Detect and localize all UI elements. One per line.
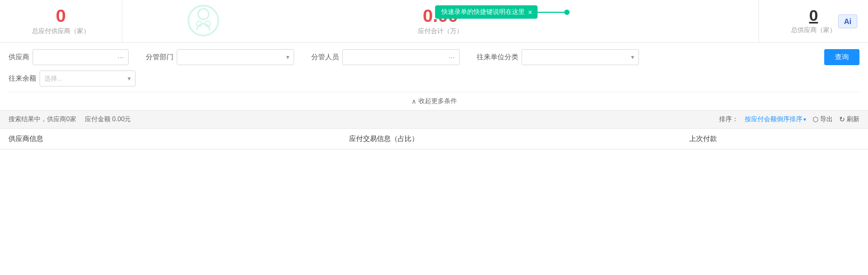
unit-category-input[interactable]: ▾	[522, 49, 639, 65]
query-button[interactable]: 查询	[824, 49, 859, 65]
department-label: 分管部门	[146, 52, 173, 62]
filter-row-2: 往来余额 选择... ▾	[9, 70, 859, 87]
person-dots[interactable]: ···	[448, 53, 455, 61]
department-input[interactable]: ▾	[177, 49, 294, 65]
balance-input[interactable]: 选择... ▾	[40, 70, 136, 87]
export-button[interactable]: ⬡ 导出	[812, 115, 833, 124]
supplier-dots[interactable]: ···	[117, 53, 124, 61]
search-count: 搜索结果中，供应商0家	[9, 115, 76, 124]
sort-chevron-icon: ▾	[803, 116, 806, 122]
collapse-label: 收起更多条件	[419, 97, 457, 106]
filter-supplier: 供应商 ···	[9, 49, 129, 65]
result-bar-right: 排序： 按应付会额倒序排序 ▾ ⬡ 导出 ↻ 刷新	[719, 115, 859, 124]
tooltip-circle	[564, 10, 570, 15]
sort-value: 按应付会额倒序排序	[745, 115, 802, 124]
amount-text: 应付金额 0.00元	[85, 115, 131, 124]
supplier-input[interactable]: ···	[33, 49, 129, 65]
payable-suppliers-number: 0	[56, 6, 66, 25]
person-input[interactable]: ···	[342, 49, 460, 65]
collapse-chevron-icon: ∧	[412, 98, 416, 105]
tooltip-text: 快速录单的快捷键说明在这里	[441, 7, 525, 17]
total-suppliers-label: 总供应商（家）	[791, 26, 836, 35]
ai-badge[interactable]: Ai	[838, 14, 857, 28]
col-last-payment-header: 上次付款	[689, 134, 859, 144]
mint-icon	[186, 3, 220, 39]
sort-label: 排序：	[719, 115, 738, 124]
table-header: 供应商信息 应付交易信息（占比） 上次付款	[0, 129, 868, 150]
person-label: 分管人员	[311, 52, 339, 62]
unit-category-label: 往来单位分类	[477, 52, 518, 62]
svg-point-0	[188, 5, 218, 35]
filter-row-1: 供应商 ··· 分管部门 ▾ 分管人员 ··· 往来单位分类	[9, 49, 859, 65]
filter-balance: 往来余额 选择... ▾	[9, 70, 136, 87]
unit-category-chevron-icon: ▾	[631, 53, 634, 61]
result-bar-left: 搜索结果中，供应商0家 应付金额 0.00元	[9, 115, 131, 124]
payable-total-label: 应付合计（万）	[418, 27, 463, 36]
balance-label: 往来余额	[9, 74, 36, 83]
export-label: 导出	[820, 115, 833, 124]
svg-point-1	[198, 9, 209, 19]
stats-section: 0 总应付供应商（家） 快速录单的快捷键说明在这里 × 0.00	[0, 0, 868, 43]
sort-select[interactable]: 按应付会额倒序排序 ▾	[745, 115, 806, 124]
filter-unit-category: 往来单位分类 ▾	[477, 49, 639, 65]
tooltip-close-button[interactable]: ×	[528, 9, 532, 16]
filter-person: 分管人员 ···	[311, 49, 460, 65]
stat-payable-suppliers: 0 总应付供应商（家）	[0, 0, 122, 42]
supplier-label: 供应商	[9, 52, 29, 62]
refresh-icon: ↻	[839, 115, 845, 123]
export-icon: ⬡	[812, 115, 818, 123]
collapse-bar[interactable]: ∧ 收起更多条件	[9, 92, 859, 110]
payable-suppliers-label: 总应付供应商（家）	[32, 27, 90, 36]
tooltip-pill: 快速录单的快捷键说明在这里 ×	[435, 5, 538, 19]
table-body	[0, 150, 868, 275]
tooltip-wrap: 快速录单的快捷键说明在这里 ×	[435, 5, 570, 19]
filter-bar: 供应商 ··· 分管部门 ▾ 分管人员 ··· 往来单位分类	[0, 43, 868, 110]
balance-placeholder: 选择...	[44, 74, 62, 83]
stat-payable-total: 快速录单的快捷键说明在这里 × 0.00 应付合计（万）	[122, 0, 759, 42]
col-transaction-header: 应付交易信息（占比）	[349, 134, 690, 144]
tooltip-line	[538, 12, 564, 13]
department-chevron-icon: ▾	[286, 53, 289, 61]
col-supplier-header: 供应商信息	[9, 134, 349, 144]
balance-chevron-icon: ▾	[128, 75, 131, 82]
result-bar: 搜索结果中，供应商0家 应付金额 0.00元 排序： 按应付会额倒序排序 ▾ ⬡…	[0, 110, 868, 129]
refresh-label: 刷新	[847, 115, 859, 124]
refresh-button[interactable]: ↻ 刷新	[839, 115, 859, 124]
filter-department: 分管部门 ▾	[146, 49, 294, 65]
total-suppliers-number: 0	[809, 7, 818, 23]
